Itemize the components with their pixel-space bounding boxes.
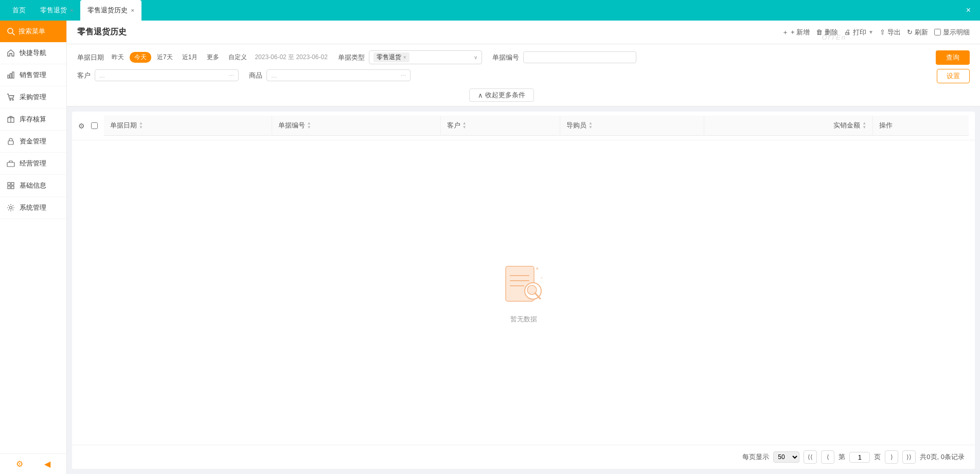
content-area: 零售退货历史 ＋ + 新增 🗑 删除 🖨 打印 ▼ ⇧ 导出: [67, 21, 980, 474]
sidebar-bottom: ⚙ ◀: [0, 453, 66, 474]
svg-rect-12: [11, 183, 14, 185]
briefcase-icon: [6, 159, 15, 168]
sidebar-item-finance[interactable]: 资金管理: [0, 131, 66, 153]
svg-rect-2: [8, 75, 9, 78]
main-layout: 搜索菜单 快捷导航 销售管理 采购管理 库存核算: [0, 21, 980, 474]
export-button[interactable]: ⇧ 导出: [880, 28, 901, 37]
settings-button[interactable]: 设置: [937, 69, 970, 83]
svg-rect-3: [10, 74, 12, 78]
sidebar-item-sales[interactable]: 销售管理: [0, 64, 66, 86]
sort-bill-no: ▲▼: [307, 121, 311, 130]
bill-type-tag-close[interactable]: ×: [403, 54, 406, 60]
date-btn-yesterday[interactable]: 昨天: [108, 51, 128, 63]
sidebar-search[interactable]: 搜索菜单: [0, 21, 66, 42]
delete-icon: 🗑: [816, 28, 823, 36]
top-bar: 首页 零售退货 × 零售退货历史 × ×: [0, 0, 980, 21]
new-icon: ＋: [782, 28, 789, 37]
svg-rect-13: [8, 186, 10, 189]
sort-bill-date: ▲▼: [139, 121, 143, 130]
filter-customer-select[interactable]: ... ⋯: [95, 69, 239, 81]
query-button[interactable]: 查询: [936, 50, 970, 65]
tab-retail-return-history-close[interactable]: ×: [131, 7, 134, 13]
export-icon: ⇧: [880, 28, 885, 36]
collapse-filter-button[interactable]: ∧ 收起更多条件: [469, 88, 534, 102]
select-all-checkbox[interactable]: [91, 122, 98, 129]
table-area: ⚙ 单据日期 ▲▼: [72, 112, 975, 469]
show-detail-checkbox[interactable]: [934, 29, 941, 35]
home-icon: [6, 48, 15, 58]
sidebar-item-inventory[interactable]: 库存核算: [0, 108, 66, 131]
tab-home[interactable]: 首页: [5, 0, 33, 21]
table-gear-icon[interactable]: ⚙: [78, 122, 85, 130]
date-btn-more[interactable]: 更多: [203, 51, 223, 63]
tab-bar: 首页 零售退货 × 零售退货历史 ×: [5, 0, 962, 21]
empty-icon: ✦ ✦: [498, 261, 549, 307]
page-next-button[interactable]: ⟩: [885, 450, 898, 464]
sort-guide: ▲▼: [589, 121, 593, 130]
tab-retail-return[interactable]: 零售退货 ×: [33, 0, 80, 21]
cart-icon: [6, 93, 15, 102]
filter-bill-type-item: 单据类型 零售退货 × ∨: [338, 50, 482, 64]
filter-customer-item: 客户 ... ⋯: [77, 69, 239, 81]
print-icon: 🖨: [844, 28, 851, 36]
sidebar-item-system[interactable]: 系统管理: [0, 197, 66, 219]
date-btn-today[interactable]: 今天: [130, 52, 151, 63]
filter-goods-item: 商品 ... ⋯: [249, 69, 411, 81]
col-guide[interactable]: 导购员 ▲▼: [560, 116, 704, 136]
col-bill-no[interactable]: 单据编号 ▲▼: [272, 116, 440, 136]
sidebar-item-basic-info[interactable]: 基础信息: [0, 175, 66, 197]
delete-button[interactable]: 🗑 删除: [816, 28, 838, 37]
header-actions: ＋ + 新增 🗑 删除 🖨 打印 ▼ ⇧ 导出 ↻: [782, 28, 970, 37]
col-bill-date[interactable]: 单据日期 ▲▼: [104, 116, 272, 136]
sort-customer: ▲▼: [462, 121, 467, 130]
settings-icon: [6, 203, 15, 212]
date-btn-custom[interactable]: 自定义: [225, 51, 251, 63]
svg-point-6: [12, 99, 13, 100]
bill-type-tag: 零售退货 ×: [373, 52, 409, 62]
sidebar-item-purchase[interactable]: 采购管理: [0, 86, 66, 108]
date-range-display: 2023-06-02 至 2023-06-02: [255, 53, 327, 62]
svg-rect-4: [12, 72, 14, 78]
filter-bill-type-select[interactable]: 零售退货 × ∨: [369, 50, 482, 64]
empty-state: ✦ ✦ 暂无数据: [72, 140, 975, 445]
bill-no-input[interactable]: [523, 51, 636, 63]
refresh-icon: ↻: [907, 28, 913, 36]
filter-date-item: 单据日期 昨天 今天 近7天 近1月 更多 自定义 2023-06-02 至 2…: [77, 51, 328, 63]
sidebar-item-quicknav[interactable]: 快捷导航: [0, 42, 66, 64]
col-amount[interactable]: 实销金额 ▲▼: [704, 116, 873, 136]
page-number-input[interactable]: [849, 452, 870, 463]
chart-icon: [6, 70, 15, 80]
date-btn-7days[interactable]: 近7天: [153, 51, 176, 63]
print-button[interactable]: 🖨 打印 ▼: [844, 28, 874, 37]
refresh-button[interactable]: ↻ 刷新: [907, 28, 928, 37]
customer-arrow: ⋯: [229, 72, 234, 78]
filter-row-2: 客户 ... ⋯ 商品 ... ⋯: [77, 69, 925, 81]
date-btn-1month[interactable]: 近1月: [179, 51, 202, 63]
sidebar: 搜索菜单 快捷导航 销售管理 采购管理 库存核算: [0, 21, 67, 474]
filter-goods-select[interactable]: ... ⋯: [266, 69, 411, 81]
show-detail-checkbox-label[interactable]: 显示明细: [934, 28, 970, 37]
svg-line-1: [12, 33, 14, 35]
page-first-button[interactable]: ⟨⟨: [804, 450, 817, 464]
box-icon: [6, 115, 15, 124]
col-actions: 操作: [873, 116, 969, 136]
tab-retail-return-close[interactable]: ×: [70, 7, 73, 13]
svg-rect-14: [11, 186, 14, 189]
col-customer[interactable]: 客户 ▲▼: [440, 116, 560, 136]
page-label: 第: [839, 452, 845, 462]
page-title: 零售退货历史: [77, 27, 127, 38]
new-button[interactable]: ＋ + 新增: [782, 28, 810, 37]
sidebar-collapse-button[interactable]: ◀: [44, 459, 50, 469]
sidebar-gear-button[interactable]: ⚙: [16, 459, 23, 469]
window-close-button[interactable]: ×: [962, 6, 975, 15]
total-records: 共0页, 0条记录: [920, 452, 965, 462]
sidebar-item-operations[interactable]: 经营管理: [0, 153, 66, 175]
svg-point-15: [10, 207, 12, 209]
page-prev-button[interactable]: ⟨: [821, 450, 834, 464]
svg-rect-10: [7, 162, 14, 167]
pagination: 每页显示 50 10 20 100 ⟨⟨ ⟨ 第 页 ⟩ ⟩⟩ 共0页, 0条记…: [72, 445, 975, 469]
page-last-button[interactable]: ⟩⟩: [902, 450, 916, 464]
tab-retail-return-history[interactable]: 零售退货历史 ×: [80, 0, 141, 21]
table-toolbar: ⚙ 单据日期 ▲▼: [72, 112, 975, 140]
per-page-select[interactable]: 50 10 20 100: [773, 451, 799, 463]
